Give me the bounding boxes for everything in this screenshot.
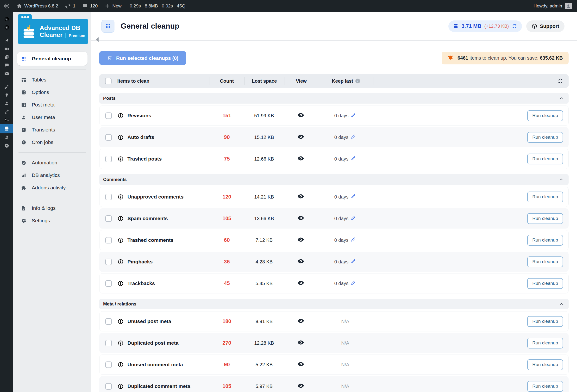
rail-item-plug[interactable] [0, 91, 13, 99]
run-cleanup-button[interactable]: Run cleanup [527, 278, 563, 289]
sidebar-item-post-meta[interactable]: Post meta [13, 99, 91, 111]
info-icon[interactable] [118, 281, 124, 286]
run-selected-cleanups-button[interactable]: Run selected cleanups (0) [99, 51, 186, 65]
view-eye-icon[interactable] [297, 237, 305, 244]
keep-last-info-icon[interactable]: i [355, 79, 360, 83]
view-eye-icon[interactable] [297, 258, 305, 265]
view-eye-icon[interactable] [297, 193, 305, 200]
edit-pencil-icon[interactable] [351, 258, 356, 265]
row-checkbox[interactable] [105, 112, 112, 119]
rail-item-pin[interactable] [0, 37, 13, 45]
run-cleanup-button[interactable]: Run cleanup [527, 132, 563, 143]
info-icon[interactable] [118, 362, 124, 368]
view-eye-icon[interactable] [297, 361, 305, 368]
rail-item-database[interactable] [0, 124, 13, 133]
row-checkbox[interactable] [105, 318, 112, 325]
wordpress-logo-icon[interactable] [4, 3, 10, 9]
section-header-meta-relations[interactable]: Meta / relations [99, 299, 569, 309]
support-button[interactable]: Support [526, 20, 565, 32]
rail-item-sliders[interactable] [0, 116, 13, 124]
row-checkbox[interactable] [105, 215, 112, 222]
sidebar-item-settings[interactable]: Settings [13, 214, 91, 227]
view-eye-icon[interactable] [297, 340, 305, 347]
run-cleanup-button[interactable]: Run cleanup [527, 235, 563, 246]
edit-pencil-icon[interactable] [351, 155, 356, 162]
sidebar-item-addons-activity[interactable]: Addons activity [13, 181, 91, 194]
info-icon[interactable] [118, 383, 124, 389]
rail-item-tools[interactable] [0, 83, 13, 91]
row-checkbox[interactable] [105, 134, 112, 141]
db-size-pill[interactable]: 3.71 MB (+12.73 KB) [448, 20, 522, 32]
run-cleanup-button[interactable]: Run cleanup [527, 316, 563, 327]
run-cleanup-button[interactable]: Run cleanup [527, 192, 563, 202]
edit-pencil-icon[interactable] [351, 134, 356, 141]
row-checkbox[interactable] [105, 194, 112, 200]
view-eye-icon[interactable] [297, 280, 305, 287]
row-checkbox[interactable] [105, 383, 112, 390]
view-eye-icon[interactable] [297, 112, 305, 119]
sidebar-item-info-logs[interactable]: Info & logs [13, 202, 91, 214]
info-icon[interactable] [118, 319, 124, 324]
rail-item-bolt[interactable] [0, 23, 13, 32]
refresh-db-size-icon[interactable] [512, 24, 517, 29]
run-cleanup-button[interactable]: Run cleanup [527, 110, 563, 121]
site-link[interactable]: WordPress 6.8.2 [16, 3, 58, 9]
info-icon[interactable] [118, 340, 124, 346]
rail-item-comments[interactable] [0, 61, 13, 70]
rail-item-media[interactable] [0, 45, 13, 53]
info-icon[interactable] [118, 113, 124, 119]
rail-item-dashboard[interactable] [0, 15, 13, 23]
select-all-checkbox[interactable] [105, 78, 111, 84]
query-monitor-stats[interactable]: 0.29s 8.8MB 0.02s 45Q [130, 3, 185, 9]
view-eye-icon[interactable] [297, 134, 305, 141]
sidebar-item-user-meta[interactable]: User meta [13, 111, 91, 124]
section-header-posts[interactable]: Posts [99, 93, 569, 104]
run-cleanup-button[interactable]: Run cleanup [527, 381, 563, 392]
rail-item-play[interactable] [0, 142, 13, 150]
view-eye-icon[interactable] [297, 318, 305, 325]
run-cleanup-button[interactable]: Run cleanup [527, 359, 563, 370]
sidebar-item-options[interactable]: Options [13, 86, 91, 99]
run-cleanup-button[interactable]: Run cleanup [527, 213, 563, 224]
edit-pencil-icon[interactable] [351, 112, 356, 119]
row-checkbox[interactable] [105, 156, 112, 162]
avatar[interactable] [565, 3, 572, 9]
new-menu[interactable]: New [104, 3, 121, 9]
row-checkbox[interactable] [105, 259, 112, 265]
sidebar-item-transients[interactable]: Transients [13, 124, 91, 136]
row-checkbox[interactable] [105, 237, 112, 244]
sidebar-item-tables[interactable]: Tables [13, 73, 91, 86]
section-header-comments[interactable]: Comments [99, 174, 569, 185]
info-icon[interactable] [118, 194, 124, 200]
run-cleanup-button[interactable]: Run cleanup [527, 256, 563, 267]
plugin-brand[interactable]: Advanced DB Cleaner | Premium [18, 19, 88, 44]
row-checkbox[interactable] [105, 280, 112, 287]
sidebar-item-automation[interactable]: Automation [13, 156, 91, 169]
rail-item-pages[interactable] [0, 53, 13, 61]
sidebar-item-db-analytics[interactable]: DB analytics [13, 169, 91, 181]
row-checkbox[interactable] [105, 340, 112, 346]
view-eye-icon[interactable] [297, 215, 305, 222]
rail-item-mail[interactable] [0, 70, 13, 78]
rail-item-wrench[interactable] [0, 107, 13, 116]
howdy-label[interactable]: Howdy, admin [534, 3, 562, 9]
view-eye-icon[interactable] [297, 383, 305, 390]
sidebar-item-cron-jobs[interactable]: Cron jobs [13, 136, 91, 148]
run-cleanup-button[interactable]: Run cleanup [527, 154, 563, 164]
updates-indicator[interactable]: 1 [65, 3, 75, 9]
sidebar-item-general-cleanup[interactable]: General cleanup [17, 52, 87, 66]
info-icon[interactable] [118, 215, 124, 222]
info-icon[interactable] [118, 134, 124, 140]
edit-pencil-icon[interactable] [351, 280, 356, 287]
sidebar-collapse-icon[interactable] [93, 37, 99, 42]
info-icon[interactable] [118, 156, 124, 162]
row-checkbox[interactable] [105, 361, 112, 368]
edit-pencil-icon[interactable] [351, 215, 356, 222]
edit-pencil-icon[interactable] [351, 237, 356, 244]
rail-item-sync[interactable] [0, 133, 13, 142]
edit-pencil-icon[interactable] [351, 193, 356, 200]
info-icon[interactable] [118, 259, 124, 265]
rail-item-users[interactable] [0, 99, 13, 107]
comments-indicator[interactable]: 120 [82, 3, 98, 9]
view-eye-icon[interactable] [297, 155, 305, 162]
